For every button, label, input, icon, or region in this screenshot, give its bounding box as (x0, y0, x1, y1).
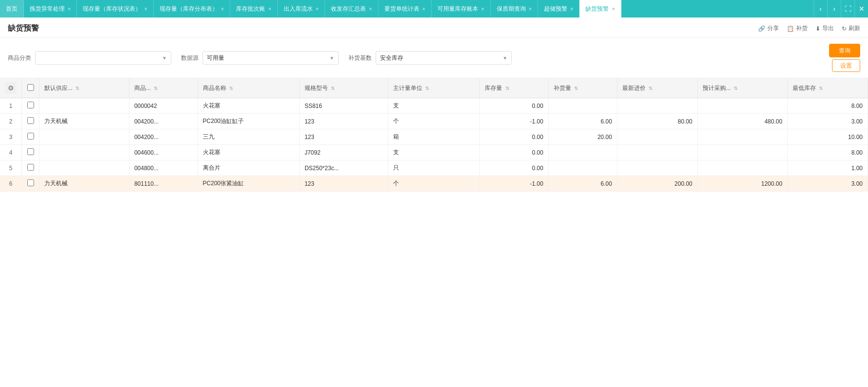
export-action[interactable]: ⬇ 导出 (815, 24, 834, 33)
page-header: 缺货预警 🔗 分享 📋 补货 ⬇ 导出 ↻ 刷新 (0, 18, 868, 38)
th-stock[interactable]: 库存量 ⇅ (480, 78, 548, 98)
column-settings-icon[interactable]: ⚙ (5, 82, 17, 94)
th-min-stock[interactable]: 最低库存 ⇅ (787, 78, 868, 98)
table-container: ⚙ 默认供应... ⇅ 商品... ⇅ 商品名称 ⇅ (0, 78, 868, 192)
row-min-stock: 3.00 (787, 114, 868, 129)
tab-nav-btns: ‹ › ⛶ ✕ (814, 0, 868, 18)
tab-inventory-status[interactable]: 现存量（库存状况表） × (77, 0, 153, 18)
row-supplier (39, 145, 129, 160)
th-replenish-qty-label: 补货量 (554, 85, 571, 91)
row-supplier (39, 98, 129, 114)
tab-inout-flow[interactable]: 出入库流水 × (278, 0, 325, 18)
tab-nav-close[interactable]: ✕ (854, 0, 868, 18)
row-product-name: 火花塞 (198, 145, 299, 160)
row-num-cell: 2 (0, 114, 22, 129)
th-unit[interactable]: 主计量单位 ⇅ (388, 78, 480, 98)
th-product-name[interactable]: 商品名称 ⇅ (198, 78, 299, 98)
row-latest-price (617, 129, 697, 145)
tab-avail-stock[interactable]: 可用量库存账本 × (432, 0, 490, 18)
tab-close-recv-send[interactable]: × (369, 6, 372, 12)
tab-nav-prev[interactable]: ‹ (814, 0, 827, 18)
tab-nav-restore[interactable]: ⛶ (841, 0, 854, 18)
filter-row: 商品分类 ▼ 数据源 可用量 ▼ 补货基数 安全库存 ▼ 查询 设置 (0, 38, 868, 78)
tab-close-shortage[interactable]: × (612, 6, 615, 12)
basis-value: 安全库存 (380, 54, 403, 62)
row-checkbox[interactable] (27, 148, 34, 155)
sort-latest-price-icon: ⇅ (649, 86, 652, 91)
tab-close-expiry[interactable]: × (529, 6, 532, 12)
datasource-select[interactable]: 可用量 ▼ (202, 51, 339, 65)
tab-close-avail-stock[interactable]: × (481, 6, 484, 12)
row-stock: 0.00 (480, 145, 548, 160)
row-checkbox[interactable] (27, 164, 34, 171)
th-settings: ⚙ (0, 78, 22, 98)
sort-default-supplier-icon: ⇅ (75, 86, 79, 91)
share-icon: 🔗 (758, 25, 765, 32)
th-spec[interactable]: 规格型号 ⇅ (299, 78, 388, 98)
tab-close-order-stat[interactable]: × (422, 6, 425, 12)
th-product-code[interactable]: 商品... ⇅ (129, 78, 198, 98)
th-spec-label: 规格型号 (305, 85, 328, 91)
tab-shortage[interactable]: 缺货预警 × (579, 0, 621, 18)
tab-close-inventory-dist[interactable]: × (221, 6, 224, 12)
tab-close-batch-account[interactable]: × (268, 6, 271, 12)
th-min-stock-label: 最低库存 (793, 85, 816, 91)
th-est-purchase[interactable]: 预计采购... ⇅ (697, 78, 787, 98)
th-latest-price-label: 最新进价 (622, 85, 646, 91)
tab-recv-send[interactable]: 收发存汇总表 × (325, 0, 378, 18)
filter-basis-group: 补货基数 安全库存 ▼ (348, 51, 512, 65)
tab-close-inventory-status[interactable]: × (144, 6, 147, 12)
tab-nav-next[interactable]: › (827, 0, 841, 18)
basis-select[interactable]: 安全库存 ▼ (376, 51, 512, 65)
tab-close-picking[interactable]: × (68, 6, 71, 12)
tab-home[interactable]: 首页 (0, 0, 24, 18)
datasource-chevron-icon: ▼ (329, 55, 334, 61)
tab-bar: 首页 拣货异常处理 × 现存量（库存状况表） × 现存量（库存分布表） × 库存… (0, 0, 868, 18)
select-all-checkbox[interactable] (27, 84, 34, 91)
row-product-code: 004200... (129, 129, 198, 145)
row-product-name: 火花塞 (198, 98, 299, 114)
tab-expiry[interactable]: 保质期查询 × (491, 0, 538, 18)
th-stock-label: 库存量 (485, 85, 502, 91)
table-row: 1 0000042 火花塞 SS816 支 0.00 8.00 (0, 98, 868, 114)
row-number: 3 (9, 134, 13, 141)
row-stock: -1.00 (480, 176, 548, 192)
th-default-supplier[interactable]: 默认供应... ⇅ (39, 78, 129, 98)
share-action[interactable]: 🔗 分享 (758, 24, 779, 33)
row-checkbox[interactable] (27, 133, 34, 140)
category-select[interactable]: ▼ (35, 51, 171, 65)
tab-inventory-dist[interactable]: 现存量（库存分布表） × (154, 0, 230, 18)
row-checkbox-cell (22, 129, 39, 145)
replenish-action[interactable]: 📋 补货 (787, 24, 808, 33)
table-row: 2 力天机械 004200... PC200油缸缸子 123 个 -1.00 6… (0, 114, 868, 129)
row-checkbox[interactable] (27, 102, 34, 108)
row-checkbox[interactable] (27, 117, 34, 124)
row-checkbox-cell (22, 98, 39, 114)
page-title: 缺货预警 (8, 23, 39, 34)
tab-overstock[interactable]: 超储预警 × (538, 0, 579, 18)
filter-category-group: 商品分类 ▼ (8, 51, 171, 65)
sort-spec-icon: ⇅ (331, 86, 335, 91)
tab-picking[interactable]: 拣货异常处理 × (24, 0, 77, 18)
settings-button[interactable]: 设置 (832, 59, 860, 72)
th-product-code-label: 商品... (134, 85, 151, 91)
tab-close-inout-flow[interactable]: × (316, 6, 319, 12)
row-est-purchase: 1200.00 (697, 176, 787, 192)
row-product-code: 004200... (129, 114, 198, 129)
th-replenish-qty[interactable]: 补货量 ⇅ (548, 78, 617, 98)
th-latest-price[interactable]: 最新进价 ⇅ (617, 78, 697, 98)
row-min-stock: 1.00 (787, 160, 868, 176)
row-spec: SS816 (299, 98, 388, 114)
row-stock: 0.00 (480, 160, 548, 176)
refresh-action[interactable]: ↻ 刷新 (842, 24, 860, 33)
tab-close-overstock[interactable]: × (570, 6, 573, 12)
query-button[interactable]: 查询 (829, 44, 860, 57)
row-checkbox[interactable] (27, 179, 34, 186)
row-checkbox-cell (22, 145, 39, 160)
row-est-purchase (697, 145, 787, 160)
tab-batch-account[interactable]: 库存批次账 × (230, 0, 277, 18)
row-checkbox-cell (22, 160, 39, 176)
row-product-name: 离合片 (198, 160, 299, 176)
tab-order-stat[interactable]: 要货单统计表 × (379, 0, 432, 18)
sort-stock-icon: ⇅ (506, 86, 509, 91)
